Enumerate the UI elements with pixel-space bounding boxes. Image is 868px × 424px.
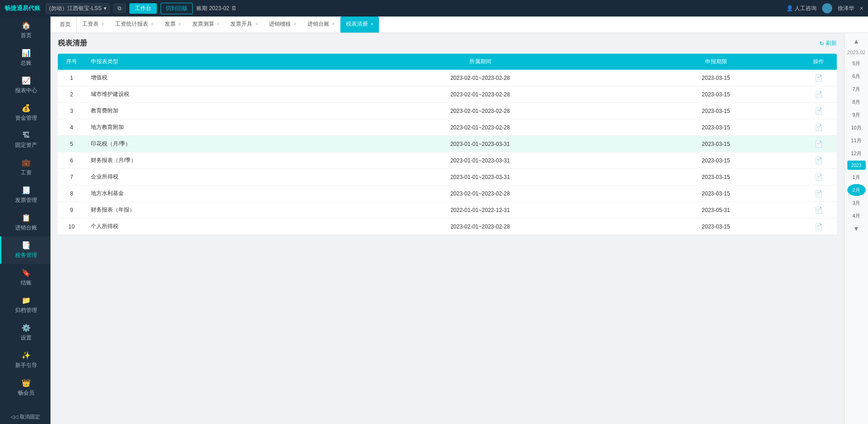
cell-deadline: 2023-03-15 [632, 169, 800, 185]
cancel-fixed-button[interactable]: ◁◁ 取消固定 [0, 410, 50, 424]
table-row: 5 印花税（月/季） 2023-01-01~2023-03-31 2023-03… [58, 136, 837, 152]
cell-type: 财务报表（年报） [85, 202, 328, 218]
tab-sales-ledger[interactable]: 进销台账 × [302, 17, 340, 33]
cal-year-header: 2023.02 [846, 48, 867, 57]
tab-invoice-calc[interactable]: 发票测算 × [187, 17, 225, 33]
cell-action: 📄 [800, 70, 837, 86]
action-doc-icon[interactable]: 📄 [815, 124, 823, 131]
sidebar-item-report[interactable]: 📈 报表中心 [0, 72, 50, 99]
cell-period: 2023-01-01~2023-03-31 [328, 169, 632, 185]
tab-close-invoice-open[interactable]: × [255, 22, 258, 27]
cell-action: 📄 [800, 103, 837, 119]
tab-invoice[interactable]: 发票 × [159, 17, 187, 33]
sidebar: 🏠 首页 📊 总账 📈 报表中心 💰 资金管理 🏗 固定资产 💼 工资 🧾 发票… [0, 17, 50, 424]
tab-close-tax-clearance[interactable]: × [371, 22, 373, 27]
report-icon: 📈 [22, 76, 31, 85]
sidebar-item-ledger[interactable]: 📊 总账 [0, 44, 50, 72]
tab-sales-check[interactable]: 进销稽核 × [263, 17, 302, 33]
tab-close-sales-ledger[interactable]: × [332, 22, 335, 27]
user-name: 徐泽华 [838, 5, 854, 12]
copy-button[interactable]: ⧉ [113, 4, 126, 13]
action-doc-icon[interactable]: 📄 [815, 173, 823, 181]
cell-no: 5 [58, 136, 85, 152]
tab-bar: 首页 工资表 × 工资统计报表 × 发票 × 发票测算 × 发票开具 × [50, 17, 868, 33]
action-doc-icon[interactable]: 📄 [815, 206, 823, 214]
cal-month-7[interactable]: 7月 [847, 83, 866, 95]
workbench-button[interactable]: 工作台 [129, 3, 157, 14]
cell-action: 📄 [800, 152, 837, 169]
settings-icon: ⚙️ [22, 324, 31, 332]
cal-month-10[interactable]: 10月 [847, 122, 866, 134]
cell-period: 2023-02-01~2023-02-28 [328, 185, 632, 202]
action-doc-icon[interactable]: 📄 [815, 91, 823, 98]
tab-close-salary-stats[interactable]: × [151, 22, 154, 27]
tab-close-sales-check[interactable]: × [294, 22, 296, 27]
sidebar-item-settings[interactable]: ⚙️ 设置 [0, 319, 50, 346]
action-doc-icon[interactable]: 📄 [815, 140, 823, 148]
sidebar-item-fixed-assets[interactable]: 🏗 固定资产 [0, 127, 50, 154]
cal-month-12[interactable]: 12月 [847, 147, 866, 159]
sidebar-item-guide[interactable]: ✨ 新手引导 [0, 346, 50, 374]
cell-deadline: 2023-03-15 [632, 103, 800, 119]
cal-month-2-selected[interactable]: 2月 [847, 184, 866, 196]
tab-close-salary-table[interactable]: × [101, 22, 104, 27]
action-doc-icon[interactable]: 📄 [815, 107, 823, 115]
sidebar-item-invoice[interactable]: 🧾 发票管理 [0, 181, 50, 209]
tab-invoice-open[interactable]: 发票开具 × [225, 17, 263, 33]
cal-month-9[interactable]: 9月 [847, 109, 866, 121]
cal-month-8[interactable]: 8月 [847, 96, 866, 108]
table-row: 2 城市维护建设税 2023-02-01~2023-02-28 2023-03-… [58, 86, 837, 103]
cell-type: 地方教育附加 [85, 119, 328, 136]
cal-month-6[interactable]: 6月 [847, 70, 866, 82]
cal-next-button[interactable]: ▼ [851, 223, 862, 234]
sales-ledger-icon: 📋 [22, 213, 31, 222]
cell-period: 2023-01-01~2023-03-31 [328, 152, 632, 169]
cell-period: 2023-02-01~2023-02-28 [328, 218, 632, 235]
col-no: 序号 [58, 54, 85, 70]
sidebar-item-member[interactable]: 👑 畅会员 [0, 374, 50, 402]
table-row: 7 企业所得税 2023-01-01~2023-03-31 2023-03-15… [58, 169, 837, 185]
tab-close-invoice-calc[interactable]: × [217, 22, 220, 27]
cal-month-3[interactable]: 3月 [847, 197, 866, 209]
refresh-button[interactable]: ↻ 刷新 [819, 39, 837, 47]
top-bar: 畅捷通易代账 (勿动）江西银宝-LSS ▾ ⧉ 工作台 切到旧版 账期 2023… [0, 0, 868, 17]
close-button[interactable]: × [860, 5, 863, 12]
tab-close-invoice[interactable]: × [178, 22, 181, 27]
cal-prev-button[interactable]: ▲ [851, 36, 862, 47]
company-dropdown[interactable]: (勿动）江西银宝-LSS ▾ [46, 3, 110, 14]
cell-action: 📄 [800, 169, 837, 185]
action-doc-icon[interactable]: 📄 [815, 190, 823, 197]
human-consult[interactable]: 👤 人工咨询 [786, 5, 817, 12]
sidebar-item-salary[interactable]: 💼 工资 [0, 154, 50, 181]
cell-type: 企业所得税 [85, 169, 328, 185]
tab-salary-table[interactable]: 工资表 × [77, 17, 110, 33]
salary-icon: 💼 [22, 158, 31, 167]
sidebar-item-sales-ledger[interactable]: 📋 进销台账 [0, 209, 50, 236]
tab-salary-stats[interactable]: 工资统计报表 × [110, 17, 159, 33]
tab-tax-clearance[interactable]: 税表清册 × [340, 17, 379, 33]
page-header: 税表清册 ↻ 刷新 [58, 39, 837, 48]
table-row: 1 增值税 2023-02-01~2023-02-28 2023-03-15 📄 [58, 70, 837, 86]
cell-action: 📄 [800, 119, 837, 136]
cell-action: 📄 [800, 185, 837, 202]
action-doc-icon[interactable]: 📄 [815, 157, 823, 164]
cal-month-5[interactable]: 5月 [847, 57, 866, 69]
cell-type: 增值税 [85, 70, 328, 86]
cal-month-1[interactable]: 1月 [847, 171, 866, 183]
tab-home[interactable]: 首页 [54, 17, 77, 33]
sidebar-item-tax[interactable]: 📑 税务管理 [0, 236, 50, 264]
table-body: 1 增值税 2023-02-01~2023-02-28 2023-03-15 📄… [58, 70, 837, 235]
sidebar-item-settle[interactable]: 🔖 结账 [0, 264, 50, 291]
col-action: 操作 [800, 54, 837, 70]
app-body: 🏠 首页 📊 总账 📈 报表中心 💰 资金管理 🏗 固定资产 💼 工资 🧾 发票… [0, 17, 868, 424]
cal-month-11[interactable]: 11月 [847, 134, 866, 146]
sidebar-item-home[interactable]: 🏠 首页 [0, 17, 50, 44]
action-doc-icon[interactable]: 📄 [815, 223, 823, 230]
switch-old-button[interactable]: 切到旧版 [161, 3, 193, 14]
col-deadline: 申报期限 [632, 54, 800, 70]
cell-type: 城市维护建设税 [85, 86, 328, 103]
sidebar-item-archive[interactable]: 📁 归档管理 [0, 291, 50, 319]
action-doc-icon[interactable]: 📄 [815, 74, 823, 82]
cal-month-4[interactable]: 4月 [847, 210, 866, 222]
sidebar-item-capital[interactable]: 💰 资金管理 [0, 99, 50, 127]
